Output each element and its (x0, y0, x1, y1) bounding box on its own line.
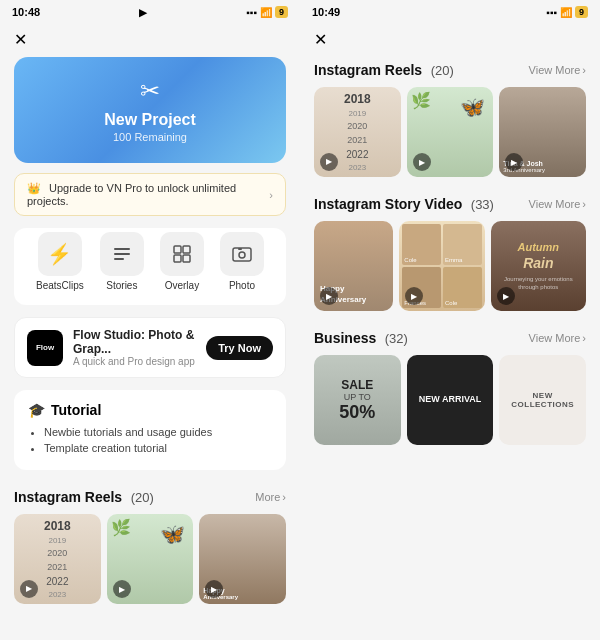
overlay-icon (160, 232, 204, 276)
collage-cell-1: Cole (402, 224, 441, 265)
wifi-icon-left: 📶 (260, 7, 272, 18)
butterfly-icon-right: 🦋 (460, 95, 485, 119)
story-view-more[interactable]: View More › (529, 198, 586, 210)
business-view-more[interactable]: View More › (529, 332, 586, 344)
reel-thumb-butterfly-left[interactable]: 🦋 🌿 ▶ (107, 514, 194, 604)
reel-thumb-2018-left[interactable]: 2018 2019 2020 2021 2022 2023 ▶ (14, 514, 101, 604)
signal-icon-left: ▪▪▪ (246, 7, 257, 18)
tutorial-list: Newbie tutorials and usage guides Templa… (28, 426, 272, 454)
time-right: 10:49 (312, 6, 340, 18)
reel-thumb-anniversary-left[interactable]: Happy Anniversary ▶ (199, 514, 286, 604)
collage-cell-2: Emma (443, 224, 482, 265)
nav-arrow-left: ▶ (139, 7, 147, 18)
business-section-header: Business (32) View More › (300, 325, 600, 355)
overlay-label: Overlay (165, 280, 199, 291)
story-title: Instagram Story Video (314, 196, 462, 212)
sale-up-text: UP TO (344, 392, 371, 402)
play-icon-left-r1: ▶ (20, 580, 38, 598)
biz-thumb-sale[interactable]: SALE UP TO 50% (314, 355, 401, 445)
reels-section-header-right: Instagram Reels (20) View More › (300, 57, 600, 87)
collections-text: NEWCOLLECTIONS (511, 391, 574, 409)
story-thumbs: HappyAnniversary ▶ Cole Emma Frances Col… (300, 221, 600, 325)
icons-grid: ⚡ BeatsClips Stories (14, 228, 286, 305)
sale-pct-text: 50% (339, 402, 375, 423)
reels-thumbs-left: 2018 2019 2020 2021 2022 2023 ▶ 🦋 🌿 ▶ Ha… (0, 514, 300, 618)
autumn-text: Autumn (518, 240, 560, 254)
reels-view-more-left[interactable]: More › (255, 491, 286, 503)
status-icons-right: ▪▪▪ 📶 9 (546, 6, 588, 18)
leaf-icon-left: 🌿 (111, 518, 131, 537)
status-bar-left: 10:48 ▶ ▪▪▪ 📶 9 (0, 0, 300, 22)
svg-rect-3 (174, 246, 181, 253)
tutorial-card: 🎓 Tutorial Newbie tutorials and usage gu… (14, 390, 286, 470)
autumn-subtext: Journeying your emotionsthrough photos (504, 275, 573, 292)
reels-title-left: Instagram Reels (14, 489, 122, 505)
stories-button[interactable]: Stories (100, 232, 144, 291)
svg-rect-5 (174, 255, 181, 262)
svg-rect-0 (114, 248, 130, 250)
leaf-icon-right: 🌿 (411, 91, 431, 110)
upgrade-text: Upgrade to VN Pro to unlock unlimited pr… (27, 182, 236, 207)
svg-rect-2 (114, 258, 124, 260)
rain-text: Rain (523, 255, 553, 271)
hero-subtitle: 100 Remaining (34, 131, 266, 143)
business-count: (32) (385, 331, 408, 346)
right-panel: 10:49 ▪▪▪ 📶 9 ✕ Instagram Reels (20) Vie… (300, 0, 600, 640)
business-title: Business (314, 330, 376, 346)
business-thumbs: SALE UP TO 50% NEW ARRIVAL NEWCOLLECTION… (300, 355, 600, 459)
tutorial-title: 🎓 Tutorial (28, 402, 272, 418)
battery-icon-left: 9 (275, 6, 288, 18)
play-icon-story-1: ▶ (320, 287, 338, 305)
scissors-icon: ✂ (34, 77, 266, 105)
photo-button[interactable]: Photo (220, 232, 264, 291)
story-thumb-anniversary[interactable]: HappyAnniversary ▶ (314, 221, 393, 311)
biz-thumb-arrival[interactable]: NEW ARRIVAL (407, 355, 494, 445)
upgrade-bar[interactable]: 👑 Upgrade to VN Pro to unlock unlimited … (14, 173, 286, 216)
play-icon-right-r1: ▶ (320, 153, 338, 171)
ad-logo: Flow (27, 330, 63, 366)
reels-section-header-left: Instagram Reels (20) More › (0, 484, 300, 514)
tutorial-item-2: Template creation tutorial (44, 442, 272, 454)
close-button-left[interactable]: ✕ (0, 22, 41, 57)
reel-thumb-butterfly-right[interactable]: 🦋 🌿 ▶ (407, 87, 494, 177)
tutorial-item-1: Newbie tutorials and usage guides (44, 426, 272, 438)
biz-thumb-collections[interactable]: NEWCOLLECTIONS (499, 355, 586, 445)
ad-subtitle: A quick and Pro design app (73, 356, 196, 367)
stories-label: Stories (106, 280, 137, 291)
overlay-button[interactable]: Overlay (160, 232, 204, 291)
svg-point-8 (239, 252, 245, 258)
ad-text: Flow Studio: Photo & Grap... A quick and… (73, 328, 196, 367)
svg-rect-6 (183, 255, 190, 262)
left-panel: 10:48 ▶ ▪▪▪ 📶 9 ✕ ✂ New Project 100 Rema… (0, 0, 300, 640)
reel-thumb-anniversary-right[interactable]: Tina & Josh 3rd Anniversary ▶ (499, 87, 586, 177)
svg-rect-4 (183, 246, 190, 253)
svg-rect-1 (114, 253, 130, 255)
battery-icon-right: 9 (575, 6, 588, 18)
reel-thumb-2018-right[interactable]: 2018 2019 2020 2021 2022 2023 ▶ (314, 87, 401, 177)
beats-clips-button[interactable]: ⚡ BeatsClips (36, 232, 84, 291)
status-bar-right: 10:49 ▪▪▪ 📶 9 (300, 0, 600, 22)
try-now-button[interactable]: Try Now (206, 336, 273, 360)
status-icons-left: ▪▪▪ 📶 9 (246, 6, 288, 18)
collage-cell-4: Cole (443, 267, 482, 308)
reels-title-right: Instagram Reels (314, 62, 422, 78)
svg-rect-9 (238, 248, 242, 250)
time-left: 10:48 (12, 6, 40, 18)
story-thumb-autumn[interactable]: Autumn Rain Journeying your emotionsthro… (491, 221, 586, 311)
stories-icon (100, 232, 144, 276)
butterfly-icon-left: 🦋 (160, 522, 185, 546)
ad-card: Flow Flow Studio: Photo & Grap... A quic… (14, 317, 286, 378)
story-section-header: Instagram Story Video (33) View More › (300, 191, 600, 221)
play-icon-left-r2: ▶ (113, 580, 131, 598)
beats-label: BeatsClips (36, 280, 84, 291)
upgrade-arrow: › (269, 189, 273, 201)
arrival-text: NEW ARRIVAL (419, 393, 482, 407)
sale-text: SALE (341, 378, 373, 392)
close-button-right[interactable]: ✕ (300, 22, 341, 57)
story-thumb-collage[interactable]: Cole Emma Frances Cole ▶ (399, 221, 484, 311)
photo-icon (220, 232, 264, 276)
reels-view-more-right[interactable]: View More › (529, 64, 586, 76)
beats-icon: ⚡ (38, 232, 82, 276)
tutorial-icon: 🎓 (28, 402, 45, 418)
reels-count-left: (20) (131, 490, 154, 505)
